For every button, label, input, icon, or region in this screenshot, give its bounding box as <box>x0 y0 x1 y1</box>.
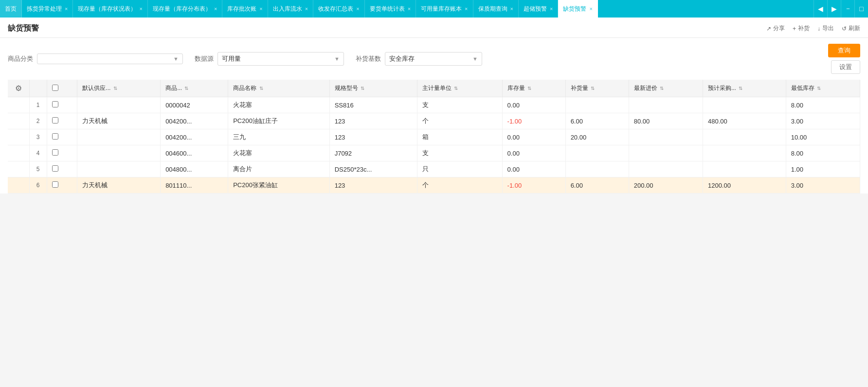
min-stock-cell-4: 1.00 <box>786 161 860 177</box>
product-name-col-header: 商品名称 ⇅ <box>228 80 329 97</box>
table-row: 5004800...离合片DS250*23c...只0.001.00 <box>8 161 860 177</box>
row-num-4: 5 <box>29 161 47 177</box>
spec-cell-1: 123 <box>329 113 417 129</box>
latest-price-cell-3 <box>629 145 703 161</box>
unit-col-header: 主计量单位 ⇅ <box>417 80 502 97</box>
row-checkbox-0[interactable] <box>52 101 58 107</box>
min-stock-cell-1: 3.00 <box>786 113 860 129</box>
nav-tab-label-1: 拣货异常处理 <box>27 5 62 13</box>
min-stock-cell-0: 8.00 <box>786 97 860 113</box>
product-name-sort-icon[interactable]: ⇅ <box>259 86 263 91</box>
replenish-basis-label: 补货基数 <box>356 54 381 63</box>
spec-sort-icon[interactable]: ⇅ <box>361 86 364 91</box>
nav-tab-close-8[interactable]: × <box>465 6 468 12</box>
estimated-purchase-cell-5: 1200.00 <box>703 177 786 194</box>
num-col-header <box>29 80 47 97</box>
nav-tab-close-5[interactable]: × <box>305 6 308 12</box>
nav-tab-close-10[interactable]: × <box>550 6 553 12</box>
estimated-purchase-sort-icon[interactable]: ⇅ <box>739 86 742 91</box>
row-checkbox-4[interactable] <box>52 165 58 172</box>
row-settings-cell-5 <box>8 177 29 194</box>
stock-cell-3: 0.00 <box>502 145 565 161</box>
estimated-purchase-cell-1: 480.00 <box>703 113 786 129</box>
settings-button[interactable]: 设置 <box>831 60 860 74</box>
replenish-qty-cell-4 <box>565 161 629 177</box>
stock-cell-1: -1.00 <box>502 113 565 129</box>
replenish-qty-cell-5: 6.00 <box>565 177 629 194</box>
nav-tab-3[interactable]: 现存量（库存分布表）× <box>148 0 222 18</box>
row-checkbox-2[interactable] <box>52 133 58 140</box>
table-container: ⚙ 默认供应... ⇅ 商品... ⇅ 商品名称 <box>0 80 868 194</box>
replenish-qty-sort-icon[interactable]: ⇅ <box>591 86 595 91</box>
nav-tab-4[interactable]: 库存批次账× <box>222 0 268 18</box>
replenish-button[interactable]: + 补货 <box>793 24 810 33</box>
min-stock-sort-icon[interactable]: ⇅ <box>817 86 821 91</box>
estimated-purchase-cell-4 <box>703 161 786 177</box>
replenish-basis-select[interactable]: 安全库存 ▼ <box>385 52 482 66</box>
min-stock-col-header: 最低库存 ⇅ <box>786 80 860 97</box>
nav-tab-close-3[interactable]: × <box>214 6 217 12</box>
nav-tab-label-3: 现存量（库存分布表） <box>153 5 211 13</box>
spec-cell-3: J7092 <box>329 145 417 161</box>
table-row: 3004200...三九123箱0.0020.0010.00 <box>8 129 860 145</box>
nav-tab-10[interactable]: 超储预警× <box>519 0 558 18</box>
refresh-button[interactable]: ↺ 刷新 <box>842 24 860 33</box>
replenish-basis-dropdown-icon: ▼ <box>472 56 478 62</box>
nav-prev-button[interactable]: ◀ <box>814 0 827 18</box>
product-name-cell-5: PC200张紧油缸 <box>228 177 329 194</box>
nav-tab-1[interactable]: 拣货异常处理× <box>22 0 73 18</box>
nav-minimize-button[interactable]: － <box>841 0 854 18</box>
product-code-cell-0: 0000042 <box>161 97 228 113</box>
nav-tab-6[interactable]: 收发存汇总表× <box>313 0 364 18</box>
spec-cell-2: 123 <box>329 129 417 145</box>
replenish-qty-col-header: 补货量 ⇅ <box>565 80 629 97</box>
nav-tab-5[interactable]: 出入库流水× <box>268 0 313 18</box>
stock-sort-icon[interactable]: ⇅ <box>527 86 531 91</box>
unit-sort-icon[interactable]: ⇅ <box>454 86 458 91</box>
nav-tab-7[interactable]: 要货单统计表× <box>365 0 416 18</box>
filter-actions: 查询 设置 <box>828 44 860 74</box>
nav-tab-11[interactable]: 缺货预警× <box>558 0 597 18</box>
nav-tab-close-1[interactable]: × <box>65 6 68 12</box>
nav-tab-8[interactable]: 可用量库存账本× <box>416 0 473 18</box>
row-checkbox-3[interactable] <box>52 149 58 156</box>
replenish-qty-cell-1: 6.00 <box>565 113 629 129</box>
nav-next-button[interactable]: ▶ <box>827 0 841 18</box>
column-settings-icon[interactable]: ⚙ <box>15 84 22 92</box>
product-code-cell-1: 004200... <box>161 113 228 129</box>
query-button[interactable]: 查询 <box>828 44 860 57</box>
min-stock-cell-5: 3.00 <box>786 177 860 194</box>
nav-tab-close-2[interactable]: × <box>139 6 142 12</box>
export-icon: ↓ <box>817 25 820 32</box>
category-select[interactable]: ▼ <box>37 53 183 64</box>
latest-price-sort-icon[interactable]: ⇅ <box>660 86 664 91</box>
datasource-select[interactable]: 可用量 ▼ <box>217 52 344 66</box>
stock-cell-0: 0.00 <box>502 97 565 113</box>
nav-tab-close-4[interactable]: × <box>259 6 262 12</box>
table-body: 10000042火花塞SS816支0.008.002力天机械004200...P… <box>8 97 860 194</box>
row-checkbox-cell-1 <box>47 113 77 129</box>
nav-tab-close-11[interactable]: × <box>589 6 592 12</box>
row-settings-cell-1 <box>8 113 29 129</box>
replenish-basis-filter: 补货基数 安全库存 ▼ <box>356 52 482 66</box>
spec-cell-0: SS816 <box>329 97 417 113</box>
product-code-sort-icon[interactable]: ⇅ <box>184 86 188 91</box>
export-button[interactable]: ↓ 导出 <box>817 24 834 33</box>
share-button[interactable]: ↗ 分享 <box>766 24 785 33</box>
row-checkbox-1[interactable] <box>52 117 58 123</box>
nav-tab-label-9: 保质期查询 <box>478 5 507 13</box>
nav-tab-9[interactable]: 保质期查询× <box>473 0 519 18</box>
table-header-row: ⚙ 默认供应... ⇅ 商品... ⇅ 商品名称 <box>8 80 860 97</box>
nav-tab-close-7[interactable]: × <box>408 6 411 12</box>
row-checkbox-5[interactable] <box>52 181 58 188</box>
nav-tab-2[interactable]: 现存量（库存状况表）× <box>73 0 147 18</box>
nav-tab-close-6[interactable]: × <box>356 6 359 12</box>
nav-tab-0[interactable]: 首页 <box>0 0 22 18</box>
product-name-cell-2: 三九 <box>228 129 329 145</box>
min-stock-cell-3: 8.00 <box>786 145 860 161</box>
select-all-checkbox[interactable] <box>52 85 58 91</box>
nav-tab-close-9[interactable]: × <box>510 6 513 12</box>
supplier-sort-icon[interactable]: ⇅ <box>113 86 117 91</box>
nav-maximize-button[interactable]: □ <box>854 0 868 18</box>
row-settings-cell-3 <box>8 145 29 161</box>
